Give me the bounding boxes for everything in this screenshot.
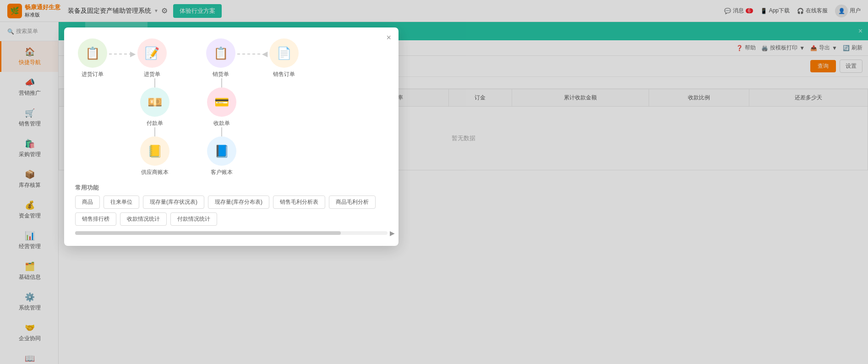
flow-node-supplier[interactable]: 📒 供应商账本	[140, 136, 169, 176]
modal-scrollbar[interactable]: ▶	[75, 231, 388, 235]
modal-box: × 📋 进货订单 ▶	[64, 27, 399, 246]
common-btn-0[interactable]: 商品	[75, 196, 100, 209]
scroll-right-arrow[interactable]: ▶	[390, 229, 395, 237]
common-btn-4[interactable]: 销售毛利分析表	[273, 196, 325, 209]
flow-circle-supplier: 📒	[140, 136, 169, 166]
flow-node-customer[interactable]: 📘 客户账本	[207, 136, 236, 176]
flow-circle-receipt: 💳	[207, 87, 236, 117]
common-btn-7[interactable]: 收款情况统计	[120, 212, 167, 226]
common-btn-6[interactable]: 销售排行榜	[75, 212, 116, 226]
common-btn-5[interactable]: 商品毛利分析	[329, 196, 376, 209]
flow-circle-sales-order: 📄	[269, 38, 299, 68]
modal-close-btn[interactable]: ×	[386, 33, 391, 43]
flow-circle-customer: 📘	[207, 136, 236, 166]
flow-circle-payment: 💴	[140, 87, 169, 117]
flow-label-sales-bill: 销货单	[213, 71, 229, 78]
flow-circle-purchase-order: 📋	[78, 38, 107, 68]
common-functions-section: 常用功能 商品 往来单位 现存量(库存状况表) 现存量(库存分布表) 销售毛利分…	[75, 184, 388, 226]
flow-label-purchase-bill: 进货单	[144, 71, 160, 78]
flow-label-customer: 客户账本	[211, 168, 233, 176]
flow-node-sales-order[interactable]: 📄 销售订单	[269, 38, 299, 78]
common-btn-2[interactable]: 现存量(库存状况表)	[143, 196, 204, 209]
flow-label-sales-order: 销售订单	[273, 71, 295, 78]
common-btns-row2: 销售排行榜 收款情况统计 付款情况统计	[75, 212, 388, 226]
modal-overlay: × 📋 进货订单 ▶	[0, 0, 868, 364]
common-btn-3[interactable]: 现存量(库存分布表)	[208, 196, 269, 209]
common-btn-1[interactable]: 往来单位	[104, 196, 139, 209]
common-functions-title: 常用功能	[75, 184, 388, 192]
flow-label-payment: 付款单	[147, 120, 163, 127]
common-btn-8[interactable]: 付款情况统计	[170, 212, 217, 226]
flow-circle-sales-bill: 📋	[206, 38, 235, 68]
modal-scrollbar-thumb	[75, 231, 341, 235]
flow-node-sales-bill[interactable]: 📋 销货单	[206, 38, 235, 78]
flow-node-payment[interactable]: 💴 付款单	[140, 87, 169, 127]
flow-label-supplier: 供应商账本	[141, 168, 169, 176]
flow-circle-purchase-bill: 📝	[137, 38, 167, 68]
flow-node-purchase-order[interactable]: 📋 进货订单	[78, 38, 107, 78]
flow-label-receipt: 收款单	[213, 120, 230, 127]
common-btns-row1: 商品 往来单位 现存量(库存状况表) 现存量(库存分布表) 销售毛利分析表 商品…	[75, 196, 388, 209]
flow-node-purchase-bill[interactable]: 📝 进货单	[137, 38, 167, 78]
flow-node-receipt[interactable]: 💳 收款单	[207, 87, 236, 127]
flow-label-purchase-order: 进货订单	[82, 71, 104, 78]
